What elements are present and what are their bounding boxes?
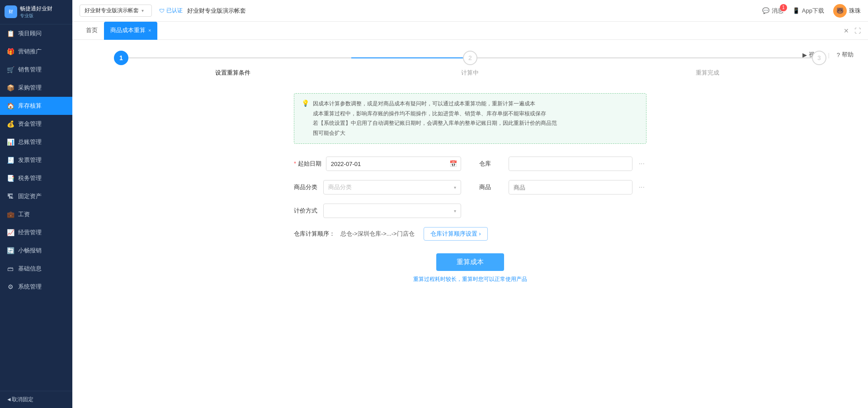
sidebar-label-accounting: 总账管理 [18,138,42,146]
step-label-0: 设置重算条件 [215,69,250,77]
sidebar-item-expense[interactable]: 🔄小畅报销 [0,242,72,260]
sidebar-label-salary: 工资 [18,210,30,218]
marketing-icon: 🎁 [6,47,14,56]
sidebar-unpin[interactable]: ◄取消固定 [0,391,72,408]
topbar: 好业财专业版演示帐套 ▾ 🛡 已认证 好业财专业版演示帐套 💬 消息 1 📱 A… [72,0,868,22]
sidebar: 财 畅捷通好业财 专业版 📋项目顾问🎁营销推广🛒销售管理📦采购管理🏠库存核算💰资… [0,0,72,408]
sidebar-label-basic: 基础信息 [18,265,42,273]
warehouse-order-row: 仓库计算顺序： 总仓->深圳仓库->...->门店仓 仓库计算顺序设置 › [294,227,646,241]
field-warehouse: 仓库 ··· [479,157,646,171]
purchase-icon: 📦 [6,84,14,92]
warehouse-order-value: 总仓->深圳仓库->...->门店仓 [340,230,415,238]
sidebar-item-assets[interactable]: 🏗固定资产 [0,187,72,205]
recalculate-button[interactable]: 重算成本 [436,253,504,271]
warehouse-input[interactable] [509,157,632,171]
goods-input-wrapper[interactable] [509,180,632,195]
category-select[interactable]: 商品分类 ▾ [323,180,461,195]
tab-close-icon[interactable]: × [148,28,151,33]
step-1: 2计算中 [351,51,589,77]
price-method-select[interactable]: ▾ [323,204,461,218]
sidebar-item-tax[interactable]: 📑税务管理 [0,169,72,187]
company-name: 好业财专业版演示帐套 [187,7,246,15]
basic-icon: 🗃 [6,265,14,273]
form-row-2: 商品分类 商品分类 ▾ 商品 ··· [294,180,646,195]
sidebar-item-sales[interactable]: 🛒销售管理 [0,61,72,79]
account-dropdown[interactable]: 好业财专业版演示帐套 ▾ [80,5,152,17]
app-download-button[interactable]: 📱 App下载 [793,7,824,15]
tab-home[interactable]: 首页 [80,22,104,40]
sidebar-label-purchase: 采购管理 [18,84,42,92]
verified-badge: 🛡 已认证 好业财专业版演示帐套 [159,7,246,15]
warehouse-order-settings-button[interactable]: 仓库计算顺序设置 › [424,227,488,241]
sidebar-label-marketing: 营销推广 [18,47,42,56]
sidebar-label-expense: 小畅报销 [18,247,42,255]
start-date-input-wrapper[interactable]: 📅 [326,157,461,171]
salary-icon: 💼 [6,210,14,218]
sidebar-item-inventory[interactable]: 🏠库存核算 [0,97,72,115]
goods-input[interactable] [509,180,632,194]
sidebar-item-finance[interactable]: 💰资金管理 [0,115,72,133]
start-date-input[interactable] [326,157,446,171]
close-window-icon[interactable]: ✕ [844,27,849,34]
sidebar-item-accounting[interactable]: 📊总账管理 [0,133,72,151]
tab-cost[interactable]: 商品成本重算 × [104,22,157,40]
sidebar-item-marketing[interactable]: 🎁营销推广 [0,43,72,61]
account-selector[interactable]: 好业财专业版演示帐套 ▾ [80,5,152,17]
info-line: 因成本计算参数调整，或是对商品成本有疑问时，可以通过成本重算功能，重新计算一遍成… [313,99,557,109]
sales-icon: 🛒 [6,66,14,74]
inventory-icon: 🏠 [6,102,14,110]
accounting-icon: 📊 [6,138,14,146]
info-box: 💡 因成本计算参数调整，或是对商品成本有疑问时，可以通过成本重算功能，重新计算一… [294,93,646,144]
step-0: 1设置重算条件 [114,51,351,77]
step-circle-2: 3 [812,51,826,65]
sidebar-label-project: 项目顾问 [18,29,42,38]
warehouse-more-icon[interactable]: ··· [637,160,646,168]
logo-text: 畅捷通好业财 专业版 [20,5,52,19]
goods-more-icon[interactable]: ··· [637,183,646,191]
system-icon: ⚙ [6,283,14,291]
chevron-down-icon2: ▾ [454,209,456,213]
message-button[interactable]: 💬 消息 1 [762,7,783,15]
sidebar-item-purchase[interactable]: 📦采购管理 [0,79,72,97]
info-line: 若【系统设置】中启用了自动调整记账日期时，会调整入库单的整单记账日期，因此重新计… [313,119,557,128]
tabs-bar: 首页 商品成本重算 × ✕ ⛶ [72,22,868,40]
sidebar-label-finance: 资金管理 [18,120,42,128]
sidebar-item-basic[interactable]: 🗃基础信息 [0,260,72,278]
sidebar-item-system[interactable]: ⚙系统管理 [0,278,72,296]
sidebar-label-tax: 税务管理 [18,174,42,182]
category-placeholder: 商品分类 [328,183,352,191]
info-line: 成本重算过程中，影响库存账的操作均不能操作，比如进货单、销货单、库存单据不能审核… [313,109,557,119]
price-method-label: 计价方式 [294,207,319,215]
form-row-1: 起始日期 📅 仓库 ··· [294,157,646,171]
invoice-icon: 🧾 [6,156,14,164]
expense-icon: 🔄 [6,247,14,255]
tax-icon: 📑 [6,174,14,182]
tab-home-label: 首页 [86,26,98,34]
sidebar-label-system: 系统管理 [18,283,42,291]
info-line: 围可能会扩大 [313,128,557,138]
topbar-right: 💬 消息 1 📱 App下载 🐻 珠珠 [762,4,861,18]
expand-icon[interactable]: ⛶ [854,27,861,34]
recalculate-note: 重算过程耗时较长，重算时您可以正常使用产品 [294,275,646,283]
verified-label: 已认证 [166,7,183,14]
step-label-2: 重算完成 [696,69,719,77]
sidebar-item-invoice[interactable]: 🧾发票管理 [0,151,72,169]
sidebar-nav: 📋项目顾问🎁营销推广🛒销售管理📦采购管理🏠库存核算💰资金管理📊总账管理🧾发票管理… [0,24,72,391]
user-profile[interactable]: 🐻 珠珠 [833,4,861,18]
step-line-right-0 [128,57,351,58]
goods-label: 商品 [479,183,504,191]
lightbulb-icon: 💡 [302,100,309,138]
warehouse-label: 仓库 [479,160,504,168]
message-icon: 💬 [762,7,769,14]
sidebar-item-project[interactable]: 📋项目顾问 [0,24,72,43]
step-line-left-1 [351,57,463,58]
finance-icon: 💰 [6,120,14,128]
sidebar-item-salary[interactable]: 💼工资 [0,205,72,223]
tab-cost-label: 商品成本重算 [110,26,146,34]
step-label-1: 计算中 [461,69,479,77]
project-icon: 📋 [6,29,14,38]
warehouse-input-wrapper[interactable] [509,157,632,171]
calendar-icon[interactable]: 📅 [446,160,461,167]
steps: 1设置重算条件2计算中3重算完成 [87,51,854,77]
sidebar-item-operation[interactable]: 📈经营管理 [0,223,72,242]
